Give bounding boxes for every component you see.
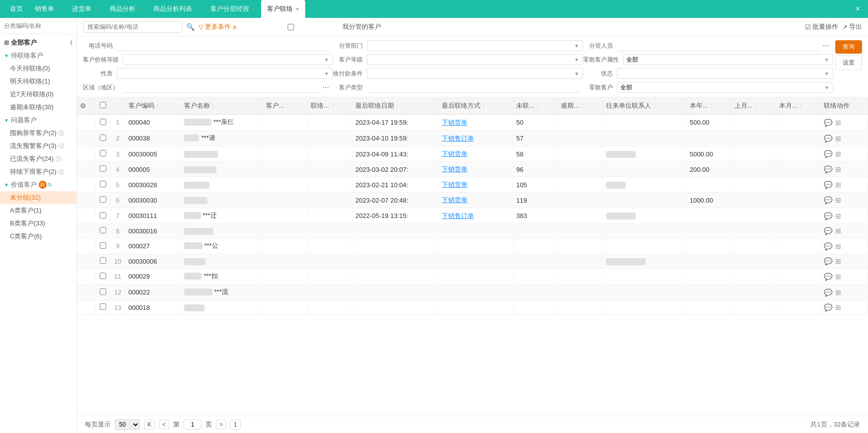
sidebar-price-group[interactable]: ▼ 价值客户 R ↻	[0, 178, 76, 191]
row-checkbox[interactable]	[100, 227, 106, 233]
tab-purchase-close[interactable]: ×	[94, 6, 97, 12]
chat-icon[interactable]: 💬	[824, 212, 832, 220]
grid-action-icon[interactable]: ⊞	[835, 150, 841, 158]
grid-action-icon[interactable]: ⊞	[835, 289, 841, 296]
select-all-checkbox[interactable]	[100, 102, 106, 108]
filter-payment-select[interactable]	[367, 68, 583, 79]
first-page-button[interactable]: K	[144, 420, 155, 430]
batch-op-button[interactable]: ☑ 批量操作	[805, 22, 838, 31]
row-checkbox[interactable]	[100, 150, 106, 156]
sidebar-item-today[interactable]: 今天待联络(0)	[0, 62, 76, 75]
sidebar-item-hoard[interactable]: 囤购异常客户(2) ⓘ	[0, 127, 76, 140]
prev-page-button[interactable]: <	[159, 420, 169, 430]
grid-action-icon[interactable]: ⊞	[835, 212, 841, 220]
search-input[interactable]	[83, 21, 182, 33]
tab-home[interactable]: 首页	[4, 0, 29, 18]
row-checkbox[interactable]	[100, 165, 106, 172]
row-last-method-cell[interactable]: 下销售订单	[439, 131, 513, 146]
region-dots-button[interactable]: ···	[323, 83, 329, 92]
tab-sales-close[interactable]: ×	[57, 6, 60, 12]
tab-product-analysis-list[interactable]: 商品分析列表 ×	[147, 0, 204, 18]
row-checkbox[interactable]	[100, 303, 106, 310]
sidebar-search-input[interactable]	[4, 22, 77, 29]
sidebar-item-overdue[interactable]: 逾期未联络(30)	[0, 101, 76, 114]
grid-action-icon[interactable]: ⊞	[835, 242, 841, 250]
filter-status-select[interactable]	[617, 68, 833, 79]
grid-action-icon[interactable]: ⊞	[835, 257, 841, 265]
chat-icon[interactable]: 💬	[824, 273, 832, 281]
grid-action-icon[interactable]: ⊞	[835, 303, 841, 311]
export-button[interactable]: ↗ 导出	[842, 22, 862, 31]
chat-icon[interactable]: 💬	[824, 119, 832, 127]
close-all-button[interactable]: ×	[852, 4, 864, 13]
row-checkbox[interactable]	[100, 289, 106, 295]
page-size-select[interactable]: 50 20 100	[115, 419, 140, 430]
filter-region-input[interactable]	[123, 82, 321, 93]
sidebar-item-7days[interactable]: 近7天待联络(0)	[0, 88, 76, 101]
last-page-button[interactable]: 1	[230, 420, 241, 430]
row-last-method-cell[interactable]: 下销货单	[439, 162, 513, 177]
tab-product-analysis-list-close[interactable]: ×	[195, 6, 198, 12]
sidebar-item-tomorrow[interactable]: 明天待联络(1)	[0, 75, 76, 88]
sidebar-all-customers[interactable]: ⊞ 全部客户 《	[0, 34, 76, 49]
chat-icon[interactable]: 💬	[824, 165, 832, 173]
row-last-method-cell[interactable]	[439, 224, 513, 238]
settings-icon[interactable]: ⚙	[80, 102, 86, 110]
chat-icon[interactable]: 💬	[824, 257, 832, 265]
filter-manager-input[interactable]	[617, 41, 821, 51]
page-input[interactable]	[184, 420, 201, 430]
grid-action-icon[interactable]: ⊞	[835, 196, 841, 204]
sidebar-item-class-b[interactable]: B类客户(33)	[0, 217, 76, 230]
tab-customer-contact[interactable]: 客户联络 ×	[261, 0, 305, 18]
chat-icon[interactable]: 💬	[824, 150, 832, 158]
filter-customer-level-select[interactable]	[367, 54, 583, 65]
filter-nature-select[interactable]	[117, 68, 333, 79]
row-checkbox[interactable]	[100, 273, 106, 279]
row-last-method-cell[interactable]	[439, 238, 513, 254]
refresh-icon[interactable]: ↻	[48, 182, 52, 188]
sidebar-item-class-a[interactable]: A类客户(1)	[0, 204, 76, 217]
chat-icon[interactable]: 💬	[824, 289, 832, 296]
filter-scatter-customer-select[interactable]: 全部	[617, 82, 833, 93]
row-last-method-cell[interactable]	[439, 285, 513, 300]
sidebar-item-class-c[interactable]: C类客户(6)	[0, 230, 76, 243]
row-checkbox[interactable]	[100, 119, 106, 125]
chat-icon[interactable]: 💬	[824, 303, 832, 311]
row-checkbox[interactable]	[100, 257, 106, 264]
row-checkbox[interactable]	[100, 212, 106, 218]
reset-button[interactable]: 设置	[835, 56, 862, 70]
tab-customer-contact-close[interactable]: ×	[296, 6, 299, 12]
filter-search-icon[interactable]: 🔍	[186, 23, 195, 31]
row-last-method-cell[interactable]: 下销货单	[439, 146, 513, 162]
row-last-method-cell[interactable]	[439, 300, 513, 315]
tab-product-analysis[interactable]: 商品分析 ×	[104, 0, 147, 18]
row-checkbox[interactable]	[100, 242, 106, 249]
grid-action-icon[interactable]: ⊞	[835, 119, 841, 127]
my-customers-checkbox-label[interactable]: 我分管的客户	[241, 22, 381, 31]
more-conditions-button[interactable]: ▽ 更多条件 ∧	[199, 22, 237, 31]
row-last-method-cell[interactable]: 下销货单	[439, 177, 513, 193]
sidebar-problem-group[interactable]: ▼ 问题客户	[0, 114, 76, 127]
row-checkbox[interactable]	[100, 181, 106, 187]
filter-phone-input[interactable]	[117, 41, 329, 51]
sidebar-item-churned[interactable]: 已流失客户(24) ⓘ	[0, 152, 76, 165]
sidebar-item-ungroup[interactable]: 未分组(32)	[0, 191, 76, 204]
sidebar-item-churn-warn[interactable]: 流失预警客户(3) ⓘ	[0, 140, 76, 152]
row-checkbox[interactable]	[100, 135, 106, 141]
grid-action-icon[interactable]: ⊞	[835, 227, 841, 235]
tab-customer-segment[interactable]: 客户分层经营 ×	[204, 0, 261, 18]
row-last-method-cell[interactable]: 下销货单	[439, 193, 513, 208]
sidebar-pending-group[interactable]: ▼ 待联络客户	[0, 49, 76, 62]
query-button[interactable]: 查询	[835, 40, 862, 54]
filter-price-level-select[interactable]	[123, 54, 333, 65]
tab-customer-segment-close[interactable]: ×	[252, 6, 255, 12]
tab-sales[interactable]: 销售单 ×	[29, 0, 66, 18]
chat-icon[interactable]: 💬	[824, 242, 832, 250]
next-page-button[interactable]: >	[216, 420, 226, 430]
chat-icon[interactable]: 💬	[824, 181, 832, 189]
grid-action-icon[interactable]: ⊞	[835, 135, 841, 143]
row-last-method-cell[interactable]: 下销售订单	[439, 208, 513, 224]
filter-customer-type-input[interactable]	[367, 82, 579, 93]
filter-dept-select[interactable]	[367, 40, 583, 51]
row-checkbox[interactable]	[100, 196, 106, 203]
